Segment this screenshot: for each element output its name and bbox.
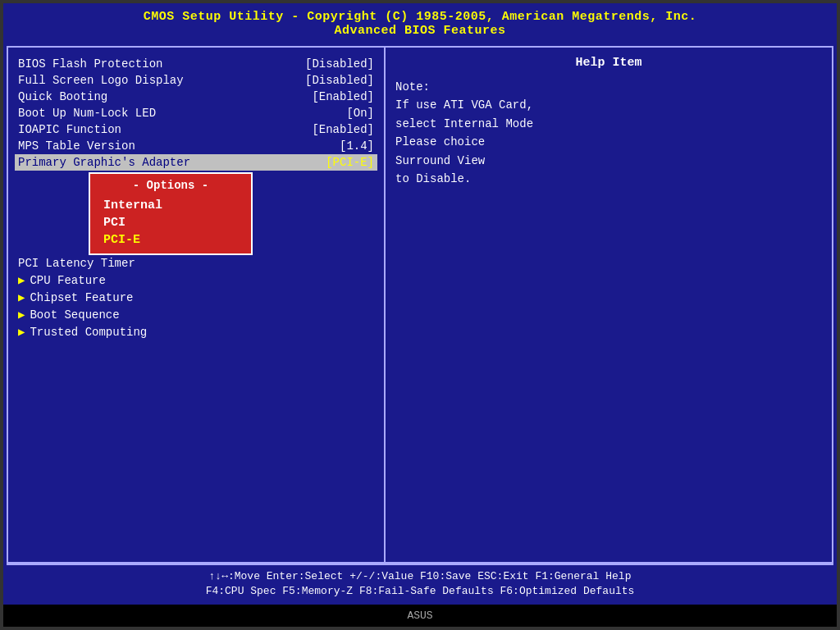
arrow-icon: ▶	[18, 273, 25, 287]
option-internal[interactable]: Internal	[100, 197, 241, 214]
mps-table-version[interactable]: MPS Table Version [1.4]	[15, 138, 377, 154]
asus-logo: ASUS	[407, 609, 432, 622]
cpu-feature[interactable]: ▶ CPU Feature	[15, 272, 377, 289]
arrow-icon: ▶	[18, 290, 25, 304]
subtitle: Advanced BIOS Features	[7, 24, 833, 43]
quick-booting[interactable]: Quick Booting [Enabled]	[15, 89, 377, 105]
bottom-line1: ↑↓↔:Move Enter:Select +/-/:Value F10:Sav…	[13, 570, 827, 582]
help-title: Help Item	[395, 56, 822, 70]
full-screen-logo[interactable]: Full Screen Logo Display [Disabled]	[15, 72, 377, 89]
dropdown-container: - Options - Internal PCI PCI-E	[39, 171, 377, 255]
trusted-computing[interactable]: ▶ Trusted Computing	[15, 323, 377, 340]
bottom-line2: F4:CPU Spec F5:Memory-Z F8:Fail-Safe Def…	[13, 585, 827, 597]
main-area: BIOS Flash Protection [Disabled] Full Sc…	[7, 46, 833, 564]
boot-sequence[interactable]: ▶ Boot Sequence	[15, 306, 377, 323]
ioapic-function[interactable]: IOAPIC Function [Enabled]	[15, 121, 377, 138]
boot-num-lock[interactable]: Boot Up Num-Lock LED [On]	[15, 105, 377, 121]
main-title: CMOS Setup Utility - Copyright (C) 1985-…	[7, 10, 833, 24]
primary-graphics-adapter[interactable]: Primary Graphic's Adapter [PCI-E]	[15, 154, 377, 171]
left-panel: BIOS Flash Protection [Disabled] Full Sc…	[8, 48, 386, 562]
help-text: Note: If use ATI VGA Card, select Intern…	[395, 78, 822, 188]
bottom-bar: ↑↓↔:Move Enter:Select +/-/:Value F10:Sav…	[7, 564, 833, 603]
bios-flash-protection[interactable]: BIOS Flash Protection [Disabled]	[15, 56, 377, 72]
dropdown-title: - Options -	[100, 179, 241, 192]
options-dropdown: - Options - Internal PCI PCI-E	[89, 172, 253, 255]
asus-bar: ASUS	[3, 605, 837, 627]
pci-latency-timer[interactable]: PCI Latency Timer	[15, 255, 377, 272]
option-pci-e[interactable]: PCI-E	[100, 231, 241, 249]
option-pci[interactable]: PCI	[100, 214, 241, 231]
title-bar: CMOS Setup Utility - Copyright (C) 1985-…	[3, 3, 837, 46]
chipset-feature[interactable]: ▶ Chipset Feature	[15, 289, 377, 306]
bios-screen: CMOS Setup Utility - Copyright (C) 1985-…	[0, 0, 840, 630]
arrow-icon: ▶	[18, 308, 25, 322]
arrow-icon: ▶	[18, 325, 25, 339]
right-panel: Help Item Note: If use ATI VGA Card, sel…	[386, 48, 832, 562]
